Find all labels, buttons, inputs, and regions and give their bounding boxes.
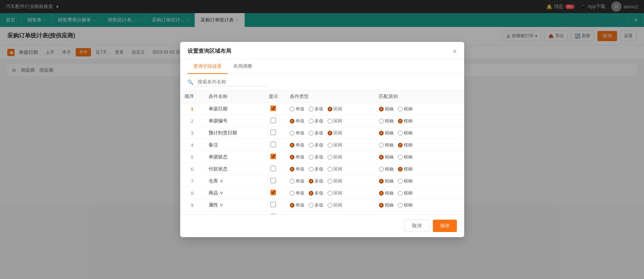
- match-radio-item[interactable]: 模糊: [398, 130, 412, 136]
- match-radio[interactable]: [398, 203, 403, 206]
- match-radio[interactable]: [379, 203, 384, 206]
- type-radio[interactable]: [328, 179, 332, 184]
- match-radio[interactable]: [379, 119, 384, 123]
- type-radio-item[interactable]: 单值: [290, 118, 304, 124]
- show-checkbox[interactable]: [270, 118, 276, 123]
- type-radio[interactable]: [328, 203, 332, 206]
- type-radio[interactable]: [309, 167, 313, 172]
- match-radio-item[interactable]: 精确: [379, 178, 394, 184]
- type-radio-item[interactable]: 多值: [309, 166, 323, 172]
- type-radio[interactable]: [290, 119, 295, 123]
- type-radio-item[interactable]: 单值: [290, 130, 304, 136]
- show-checkbox[interactable]: [270, 190, 276, 195]
- match-radio-item[interactable]: 模糊: [398, 190, 412, 196]
- show-checkbox[interactable]: [270, 142, 276, 147]
- type-radio-item[interactable]: 多值: [309, 118, 323, 124]
- type-radio-item[interactable]: 多值: [309, 202, 323, 206]
- type-radio[interactable]: [328, 191, 332, 196]
- type-radio-item[interactable]: 多值: [309, 178, 323, 184]
- match-radio[interactable]: [398, 119, 403, 123]
- show-checkbox[interactable]: [270, 154, 276, 159]
- match-radio-item[interactable]: 精确: [379, 190, 394, 196]
- match-radio-item[interactable]: 模糊: [398, 106, 412, 112]
- type-radio-item[interactable]: 单值: [290, 106, 304, 112]
- tab-layout-adjust[interactable]: 布局调整: [228, 59, 258, 74]
- type-radio-item[interactable]: 多值: [309, 142, 323, 148]
- type-radio-item[interactable]: 区间: [328, 154, 342, 160]
- type-radio-item[interactable]: 单值: [290, 178, 304, 184]
- type-radio-item[interactable]: 区间: [328, 106, 342, 112]
- match-radio[interactable]: [398, 107, 403, 111]
- type-radio-item[interactable]: 区间: [328, 118, 342, 124]
- match-radio-item[interactable]: 精确: [379, 118, 394, 124]
- type-radio[interactable]: [290, 143, 295, 148]
- search-conditions-input[interactable]: [195, 78, 268, 86]
- type-radio[interactable]: [290, 107, 295, 111]
- match-radio[interactable]: [379, 155, 384, 160]
- type-radio[interactable]: [290, 167, 295, 172]
- match-radio-item[interactable]: 精确: [379, 202, 394, 206]
- type-radio[interactable]: [328, 143, 332, 148]
- type-radio-item[interactable]: 区间: [328, 166, 342, 172]
- match-radio[interactable]: [398, 191, 403, 196]
- type-radio-item[interactable]: 区间: [328, 142, 342, 148]
- match-radio-item[interactable]: 精确: [379, 166, 394, 172]
- match-radio[interactable]: [398, 155, 403, 160]
- match-radio[interactable]: [398, 167, 403, 172]
- show-checkbox[interactable]: [270, 178, 276, 183]
- match-radio-item[interactable]: 精确: [379, 142, 394, 148]
- show-checkbox[interactable]: [270, 130, 276, 135]
- match-radio-item[interactable]: 模糊: [398, 154, 412, 160]
- match-radio-item[interactable]: 模糊: [398, 118, 412, 124]
- cell-show[interactable]: [261, 127, 285, 139]
- type-radio[interactable]: [309, 191, 313, 196]
- show-checkbox[interactable]: [270, 166, 276, 171]
- type-radio[interactable]: [309, 155, 313, 160]
- type-radio[interactable]: [309, 203, 313, 206]
- match-radio-item[interactable]: 精确: [379, 154, 394, 160]
- type-radio-item[interactable]: 区间: [328, 190, 342, 196]
- type-radio[interactable]: [290, 155, 295, 160]
- type-radio-item[interactable]: 多值: [309, 154, 323, 160]
- cell-show[interactable]: [261, 175, 285, 187]
- match-radio[interactable]: [379, 131, 384, 135]
- type-radio-item[interactable]: 单值: [290, 142, 304, 148]
- type-radio[interactable]: [328, 131, 332, 135]
- type-radio[interactable]: [290, 179, 295, 184]
- type-radio-item[interactable]: 单值: [290, 154, 304, 160]
- match-radio[interactable]: [379, 167, 384, 172]
- cell-show[interactable]: [261, 163, 285, 175]
- cell-show[interactable]: [261, 139, 285, 151]
- type-radio-item[interactable]: 区间: [328, 130, 342, 136]
- type-radio[interactable]: [290, 203, 295, 206]
- match-radio-item[interactable]: 模糊: [398, 178, 412, 184]
- type-radio[interactable]: [309, 119, 313, 123]
- cell-show[interactable]: [261, 151, 285, 163]
- match-radio[interactable]: [398, 179, 403, 184]
- type-radio[interactable]: [328, 167, 332, 172]
- match-radio-item[interactable]: 模糊: [398, 166, 412, 172]
- show-checkbox[interactable]: [270, 202, 276, 205]
- type-radio-item[interactable]: 单值: [290, 202, 304, 206]
- type-radio-item[interactable]: 区间: [328, 202, 342, 206]
- cell-show[interactable]: [261, 115, 285, 127]
- type-radio[interactable]: [290, 131, 295, 135]
- show-checkbox[interactable]: [270, 106, 276, 111]
- type-radio[interactable]: [309, 143, 313, 148]
- match-radio-item[interactable]: 精确: [379, 130, 394, 136]
- cell-show[interactable]: [261, 103, 285, 115]
- type-radio-item[interactable]: 多值: [309, 190, 323, 196]
- match-radio-item[interactable]: 模糊: [398, 202, 412, 206]
- type-radio-item[interactable]: 单值: [290, 190, 304, 196]
- type-radio[interactable]: [309, 179, 313, 184]
- match-radio-item[interactable]: 模糊: [398, 142, 412, 148]
- type-radio-item[interactable]: 单值: [290, 166, 304, 172]
- cell-show[interactable]: [261, 187, 285, 199]
- cell-show[interactable]: [261, 199, 285, 206]
- type-radio[interactable]: [309, 107, 313, 111]
- type-radio[interactable]: [290, 191, 295, 196]
- type-radio[interactable]: [328, 155, 332, 160]
- match-radio[interactable]: [379, 143, 384, 148]
- match-radio-item[interactable]: 精确: [379, 106, 394, 112]
- match-radio[interactable]: [379, 191, 384, 196]
